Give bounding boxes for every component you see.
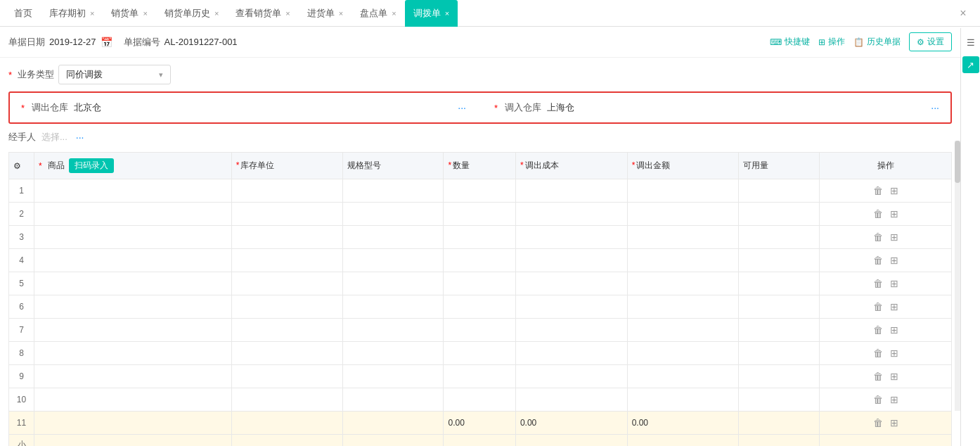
unit-cell-7[interactable] [231,319,343,342]
vertical-scrollbar[interactable] [955,141,960,411]
spec-cell-8[interactable] [343,342,444,365]
copy-icon-8[interactable]: ⊞ [889,346,900,360]
delete-icon-3[interactable]: 🗑 [872,230,884,244]
amount-cell-4[interactable] [627,249,739,272]
unit-cell-1[interactable] [231,179,343,203]
amount-cell-8[interactable] [627,342,739,365]
cost-cell-10[interactable] [515,388,627,412]
copy-icon-3[interactable]: ⊞ [889,230,900,244]
amount-cell-10[interactable] [627,388,739,412]
tab-sales-history[interactable]: 销货单历史 × [156,0,227,27]
copy-icon-9[interactable]: ⊞ [889,369,900,383]
scan-input-button[interactable]: 扫码录入 [69,158,114,173]
unit-cell-11[interactable] [231,412,343,435]
tab-view-sales-close[interactable]: × [285,9,290,18]
qty-cell-9[interactable] [444,365,515,388]
warehouse-out-more-icon[interactable]: ··· [458,102,466,113]
tab-sales-order[interactable]: 销货单 × [103,0,155,27]
unit-cell-4[interactable] [231,249,343,272]
delete-icon-9[interactable]: 🗑 [872,369,884,383]
tab-purchase-close[interactable]: × [339,9,343,18]
calendar-icon[interactable]: 📅 [101,37,112,48]
tab-inventory-check[interactable]: 盘点单 × [352,0,404,27]
tab-home[interactable]: 首页 [6,0,41,27]
cost-cell-7[interactable] [515,319,627,342]
qty-cell-6[interactable] [444,295,515,319]
spec-cell-5[interactable] [343,272,444,295]
history-button[interactable]: 📋 历史单据 [853,36,901,48]
tab-view-sales[interactable]: 查看销货单 × [227,0,298,27]
product-cell-8[interactable] [34,342,232,365]
delete-icon-4[interactable]: 🗑 [872,253,884,267]
qty-cell-3[interactable] [444,226,515,249]
amount-cell-2[interactable] [627,203,739,226]
spec-cell-2[interactable] [343,203,444,226]
copy-icon-5[interactable]: ⊞ [889,276,900,291]
tab-sales-history-close[interactable]: × [214,9,219,18]
amount-cell-9[interactable] [627,365,739,388]
cost-cell-11[interactable]: 0.00 [515,412,627,435]
cost-cell-5[interactable] [515,272,627,295]
delete-icon-10[interactable]: 🗑 [872,393,884,407]
scrollbar-thumb[interactable] [955,141,960,183]
copy-icon-4[interactable]: ⊞ [889,253,900,267]
qty-cell-7[interactable] [444,319,515,342]
settings-button[interactable]: ⚙ 设置 [909,32,952,51]
spec-cell-3[interactable] [343,226,444,249]
delete-icon-6[interactable]: 🗑 [872,300,884,314]
product-cell-10[interactable] [34,388,232,412]
qty-cell-4[interactable] [444,249,515,272]
tab-inventory-check-close[interactable]: × [392,9,396,18]
cost-cell-9[interactable] [515,365,627,388]
qty-cell-5[interactable] [444,272,515,295]
cost-cell-6[interactable] [515,295,627,319]
product-cell-9[interactable] [34,365,232,388]
copy-icon-1[interactable]: ⊞ [889,184,900,198]
handler-placeholder[interactable]: 选择... [41,131,67,144]
business-type-select[interactable]: 同价调拨 ▾ [58,65,171,84]
table-settings-header[interactable]: ⚙ [9,153,34,179]
spec-cell-4[interactable] [343,249,444,272]
product-cell-11[interactable] [34,412,232,435]
spec-cell-7[interactable] [343,319,444,342]
amount-cell-1[interactable] [627,179,739,203]
spec-cell-11[interactable] [343,412,444,435]
spec-cell-10[interactable] [343,388,444,412]
qty-cell-8[interactable] [444,342,515,365]
delete-icon-2[interactable]: 🗑 [872,207,884,221]
qty-cell-10[interactable] [444,388,515,412]
cost-cell-4[interactable] [515,249,627,272]
sidebar-export-icon[interactable]: ↗ [962,56,979,73]
delete-icon-5[interactable]: 🗑 [872,276,884,291]
product-cell-3[interactable] [34,226,232,249]
spec-cell-1[interactable] [343,179,444,203]
cost-cell-1[interactable] [515,179,627,203]
tab-inventory-init-close[interactable]: × [90,9,94,18]
unit-cell-8[interactable] [231,342,343,365]
amount-cell-7[interactable] [627,319,739,342]
cost-cell-8[interactable] [515,342,627,365]
product-cell-2[interactable] [34,203,232,226]
amount-cell-3[interactable] [627,226,739,249]
operations-button[interactable]: ⊞ 操作 [818,36,845,48]
unit-cell-5[interactable] [231,272,343,295]
amount-cell-5[interactable] [627,272,739,295]
unit-cell-3[interactable] [231,226,343,249]
copy-icon-7[interactable]: ⊞ [889,323,900,337]
unit-cell-10[interactable] [231,388,343,412]
qty-cell-11[interactable]: 0.00 [444,412,515,435]
tab-transfer-close[interactable]: × [445,9,449,18]
qty-cell-1[interactable] [444,179,515,203]
cost-cell-2[interactable] [515,203,627,226]
amount-cell-6[interactable] [627,295,739,319]
copy-icon-10[interactable]: ⊞ [889,393,900,407]
unit-cell-9[interactable] [231,365,343,388]
product-cell-1[interactable] [34,179,232,203]
warehouse-in-more-icon[interactable]: ··· [931,102,939,113]
cost-cell-3[interactable] [515,226,627,249]
delete-icon-1[interactable]: 🗑 [872,184,884,198]
amount-cell-11[interactable]: 0.00 [627,412,739,435]
copy-icon-2[interactable]: ⊞ [889,207,900,221]
delete-icon-8[interactable]: 🗑 [872,346,884,360]
delete-icon-7[interactable]: 🗑 [872,323,884,337]
